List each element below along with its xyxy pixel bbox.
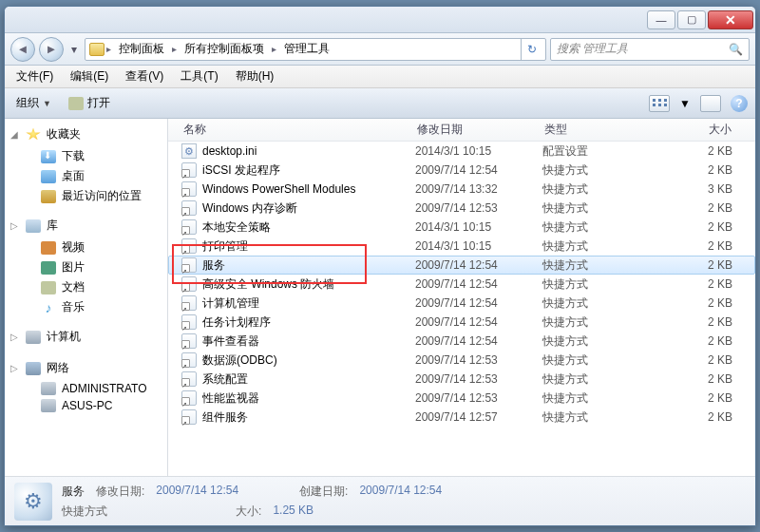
file-row[interactable]: 事件查看器2009/7/14 12:54快捷方式2 KB [168, 332, 755, 351]
menu-edit[interactable]: 编辑(E) [63, 66, 116, 87]
view-mode-button[interactable] [649, 95, 670, 112]
maximize-button[interactable]: ▢ [677, 10, 706, 29]
file-type: 2009/7/14 12:54 [415, 163, 542, 177]
picture-icon [41, 261, 56, 275]
sidebar-item-pictures[interactable]: 图片 [5, 257, 167, 277]
organize-button[interactable]: 组织 ▼ [12, 92, 55, 114]
shortcut-icon [181, 200, 197, 216]
pc-icon [41, 382, 56, 395]
column-headers: 名称 修改日期 类型 大小 [168, 119, 755, 142]
titlebar: — ▢ ✕ [5, 7, 755, 33]
file-name: 事件查看器 [202, 333, 415, 350]
sidebar-item-music[interactable]: ♪音乐 [5, 297, 167, 317]
file-name: 本地安全策略 [202, 219, 415, 236]
network-icon [26, 362, 41, 375]
column-name[interactable]: 名称 [176, 122, 409, 138]
file-row[interactable]: 数据源(ODBC)2009/7/14 12:53快捷方式2 KB [168, 351, 755, 370]
file-row[interactable]: 任务计划程序2009/7/14 12:54快捷方式2 KB [168, 313, 755, 332]
file-size: 2 KB [670, 315, 746, 329]
file-row[interactable]: 性能监视器2009/7/14 12:53快捷方式2 KB [168, 389, 755, 408]
file-size: 2 KB [670, 334, 746, 348]
file-type: 2009/7/14 12:54 [415, 315, 542, 329]
shortcut-icon [181, 295, 197, 311]
breadcrumb-sep[interactable]: ▸ [106, 44, 111, 54]
file-type: 2009/7/14 12:54 [415, 334, 542, 348]
help-button[interactable]: ? [731, 95, 748, 112]
column-date[interactable]: 修改日期 [409, 122, 537, 138]
file-row[interactable]: 高级安全 Windows 防火墙2009/7/14 12:54快捷方式2 KB [168, 275, 755, 294]
file-name: iSCSI 发起程序 [202, 162, 415, 179]
file-name: Windows PowerShell Modules [202, 182, 415, 196]
search-placeholder: 搜索 管理工具 [557, 41, 628, 57]
file-name: 系统配置 [202, 371, 415, 388]
music-icon: ♪ [41, 301, 56, 314]
search-icon[interactable]: 🔍 [729, 43, 743, 56]
download-icon [41, 150, 56, 163]
chevron-down-icon[interactable]: ▼ [679, 97, 691, 110]
menu-tools[interactable]: 工具(T) [173, 66, 225, 87]
file-row[interactable]: 本地安全策略2014/3/1 10:15快捷方式2 KB [168, 218, 755, 237]
file-row[interactable]: ⚙desktop.ini2014/3/1 10:15配置设置2 KB [168, 142, 755, 161]
file-row[interactable]: Windows PowerShell Modules2009/7/14 13:3… [168, 180, 755, 199]
file-size: 2 KB [670, 239, 746, 253]
sidebar-item-desktop[interactable]: 桌面 [5, 166, 167, 186]
file-size: 2 KB [670, 144, 746, 158]
file-row[interactable]: 打印管理2014/3/1 10:15快捷方式2 KB [168, 237, 755, 256]
file-size: 2 KB [670, 391, 746, 405]
disclosure-icon[interactable]: ◢ [10, 129, 18, 140]
disclosure-icon[interactable]: ▷ [10, 332, 18, 342]
disclosure-icon[interactable]: ▷ [10, 363, 18, 373]
sidebar-item-documents[interactable]: 文档 [5, 277, 167, 297]
file-type: 2009/7/14 12:53 [415, 372, 542, 386]
status-type: 快捷方式 [62, 504, 166, 520]
file-list: 名称 修改日期 类型 大小 ⚙desktop.ini2014/3/1 10:15… [168, 119, 755, 476]
breadcrumb-item[interactable]: 控制面板 [113, 40, 170, 58]
file-row[interactable]: 计算机管理2009/7/14 12:54快捷方式2 KB [168, 294, 755, 313]
breadcrumb-item[interactable]: 所有控制面板项 [179, 40, 270, 58]
menu-file[interactable]: 文件(F) [9, 66, 61, 87]
column-type[interactable]: 类型 [537, 122, 664, 138]
file-row[interactable]: 组件服务2009/7/14 12:57快捷方式2 KB [168, 408, 755, 427]
sidebar-computer[interactable]: ▷ 计算机 [5, 327, 167, 349]
forward-button[interactable]: ► [39, 37, 64, 62]
file-size: 2 KB [670, 163, 746, 177]
menu-help[interactable]: 帮助(H) [228, 66, 282, 87]
sidebar-item-videos[interactable]: 视频 [5, 238, 167, 257]
file-row[interactable]: iSCSI 发起程序2009/7/14 12:54快捷方式2 KB [168, 161, 755, 180]
breadcrumb[interactable]: ▸ 控制面板 ▸ 所有控制面板项 ▸ 管理工具 ↻ [85, 38, 546, 61]
refresh-button[interactable]: ↻ [521, 39, 542, 60]
shortcut-icon [181, 390, 197, 406]
back-button[interactable]: ◄ [10, 37, 35, 62]
toolbar: 组织 ▼ 打开 ▼ ? [5, 88, 755, 119]
sidebar-item-downloads[interactable]: 下载 [5, 146, 167, 166]
sidebar-favorites[interactable]: ◢ 收藏夹 [5, 124, 167, 146]
file-row[interactable]: Windows 内存诊断2009/7/14 12:53快捷方式2 KB [168, 199, 755, 218]
breadcrumb-sep[interactable]: ▸ [172, 44, 177, 54]
close-button[interactable]: ✕ [708, 10, 753, 29]
preview-pane-button[interactable] [700, 95, 721, 112]
menu-view[interactable]: 查看(V) [118, 66, 171, 87]
file-row[interactable]: 系统配置2009/7/14 12:53快捷方式2 KB [168, 370, 755, 389]
shortcut-icon [181, 181, 197, 197]
sidebar-item-network-pc[interactable]: ASUS-PC [5, 397, 167, 414]
sidebar-item-network-pc[interactable]: ADMINISTRATO [5, 380, 167, 397]
file-row[interactable]: 服务2009/7/14 12:54快捷方式2 KB [168, 256, 755, 275]
file-rows: ⚙desktop.ini2014/3/1 10:15配置设置2 KBiSCSI … [168, 142, 755, 476]
gear-icon: ⚙ [14, 483, 52, 521]
minimize-button[interactable]: — [647, 10, 675, 29]
file-size: 2 KB [670, 372, 746, 386]
breadcrumb-sep[interactable]: ▸ [272, 44, 276, 54]
file-name: 组件服务 [202, 409, 415, 426]
column-size[interactable]: 大小 [664, 122, 740, 138]
sidebar-network[interactable]: ▷ 网络 [5, 358, 167, 380]
status-mdate-value: 2009/7/14 12:54 [156, 484, 238, 500]
breadcrumb-item[interactable]: 管理工具 [278, 40, 335, 58]
open-button[interactable]: 打开 [65, 92, 114, 114]
sidebar: ◢ 收藏夹 下载 桌面 最近访问的位置 ▷ 库 视频 图片 文档 ♪音乐 [5, 119, 168, 476]
file-size: 2 KB [670, 220, 746, 234]
search-input[interactable]: 搜索 管理工具 🔍 [550, 38, 750, 61]
sidebar-libraries[interactable]: ▷ 库 [5, 216, 167, 238]
disclosure-icon[interactable]: ▷ [10, 220, 18, 231]
sidebar-item-recent[interactable]: 最近访问的位置 [5, 186, 167, 206]
nav-history-drop-icon[interactable]: ▾ [67, 39, 81, 60]
